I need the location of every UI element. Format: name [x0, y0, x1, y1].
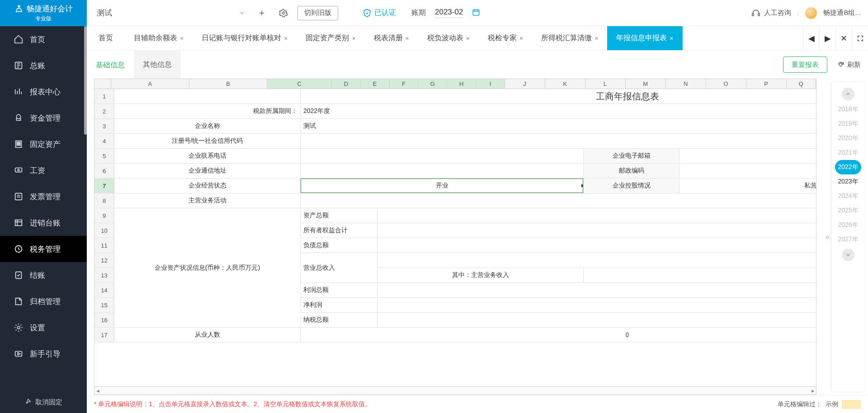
year-2018年[interactable]: 2018年 [835, 102, 861, 117]
tab-close-icon[interactable]: × [352, 35, 355, 42]
year-panel-collapse[interactable]: « [824, 79, 832, 395]
col-header-K[interactable]: K [545, 79, 585, 89]
nav-0[interactable]: 首页 [0, 26, 87, 52]
nav-7[interactable]: 进销台账 [0, 210, 87, 236]
year-2022年[interactable]: 2022年 [835, 160, 861, 174]
row-header-10[interactable]: 10 [94, 223, 114, 238]
tab-2[interactable]: 固定资产类别× [297, 26, 364, 50]
col-header-G[interactable]: G [418, 79, 447, 89]
tab-close-icon[interactable]: × [180, 35, 184, 42]
nav-8[interactable]: 税务管理 [0, 236, 87, 262]
nav-4[interactable]: 固定资产 [0, 131, 87, 157]
tab-7[interactable]: 年报信息申报表× [607, 26, 682, 50]
subtab-basic-info[interactable]: 基础信息 [87, 51, 134, 79]
period-value[interactable]: 2023-02 [435, 8, 463, 18]
nav-5[interactable]: 工资 [0, 157, 87, 183]
nav-2[interactable]: 报表中心 [0, 79, 87, 105]
tab-close-icon[interactable]: × [594, 35, 598, 42]
sheet-toolbar: 基础信息 其他信息 重置报表 刷新 [87, 51, 868, 79]
tab-close-icon[interactable]: × [284, 35, 288, 42]
horizontal-scrollbar[interactable]: ◂▸ [94, 386, 816, 394]
row-header-15[interactable]: 15 [94, 298, 114, 313]
tab-5[interactable]: 税检专家× [479, 26, 532, 50]
reset-report-button[interactable]: 重置报表 [783, 56, 827, 73]
tabs-close[interactable]: ✕ [835, 26, 852, 50]
col-header-I[interactable]: I [476, 79, 505, 89]
row-header-4[interactable]: 4 [94, 134, 114, 149]
svg-rect-3 [17, 142, 18, 143]
year-2027年[interactable]: 2027年 [835, 232, 861, 247]
tabs-fullscreen[interactable] [852, 26, 868, 50]
spreadsheet[interactable]: ABCDEFGHIJKLMNOPQ 1工商年报信息表2税款所属期间：2022年度… [94, 79, 816, 395]
user-name[interactable]: 畅捷通B组... [823, 9, 861, 17]
switch-old-version[interactable]: 切到旧版 [297, 6, 338, 20]
nav-10[interactable]: 归档管理 [0, 288, 87, 314]
row-header-7[interactable]: 7 [94, 178, 114, 193]
col-header-H[interactable]: H [447, 79, 476, 89]
col-header-J[interactable]: J [505, 79, 545, 89]
nav-11[interactable]: 设置 [0, 314, 87, 341]
year-2020年[interactable]: 2020年 [835, 131, 861, 145]
tab-close-icon[interactable]: × [466, 35, 470, 42]
nav-12[interactable]: 新手引导 [0, 341, 87, 367]
row-header-11[interactable]: 11 [94, 238, 114, 253]
settings-button[interactable] [276, 5, 291, 21]
row-header-5[interactable]: 5 [94, 149, 114, 164]
nav-1[interactable]: 总账 [0, 52, 87, 79]
row-header-17[interactable]: 17 [94, 328, 114, 343]
tab-0[interactable]: 目辅助余额表× [125, 26, 193, 50]
company-selector[interactable]: 测试 [94, 5, 248, 21]
col-header-L[interactable]: L [585, 79, 626, 89]
row-header-2[interactable]: 2 [94, 104, 114, 119]
year-2024年[interactable]: 2024年 [835, 189, 861, 203]
col-header-F[interactable]: F [390, 79, 419, 89]
col-header-D[interactable]: D [332, 79, 361, 89]
col-header-P[interactable]: P [746, 79, 787, 89]
add-button[interactable] [254, 5, 269, 21]
tab-close-icon[interactable]: × [670, 35, 673, 42]
col-header-E[interactable]: E [361, 79, 390, 89]
tab-6[interactable]: 所得税汇算清缴× [532, 26, 607, 50]
subtab-other-info[interactable]: 其他信息 [134, 51, 181, 79]
tab-close-icon[interactable]: × [406, 35, 409, 42]
row-header-9[interactable]: 9 [94, 208, 114, 223]
nav-6[interactable]: 发票管理 [0, 183, 87, 210]
col-header-B[interactable]: B [189, 79, 268, 89]
row-header-1[interactable]: 1 [94, 89, 114, 104]
select-all-corner[interactable] [94, 79, 111, 89]
nav-3[interactable]: 资金管理 [0, 105, 87, 131]
col-header-C[interactable]: C [267, 79, 332, 89]
tab-close-icon[interactable]: × [519, 35, 523, 42]
year-prev[interactable] [842, 88, 854, 100]
row-header-8[interactable]: 8 [94, 193, 114, 208]
avatar[interactable] [805, 7, 817, 19]
col-header-N[interactable]: N [666, 79, 706, 89]
nav-9[interactable]: 结账 [0, 262, 87, 288]
tab-1[interactable]: 日记账与银行对账单核对× [193, 26, 297, 50]
tab-4[interactable]: 税负波动表× [418, 26, 479, 50]
refresh-button[interactable]: 刷新 [837, 61, 861, 69]
row-header-12[interactable]: 12 [94, 253, 114, 268]
row-header-16[interactable]: 16 [94, 313, 114, 328]
col-header-Q[interactable]: Q [787, 79, 816, 89]
year-2021年[interactable]: 2021年 [835, 145, 861, 160]
row-header-14[interactable]: 14 [94, 283, 114, 298]
row-header-3[interactable]: 3 [94, 119, 114, 134]
col-header-A[interactable]: A [111, 79, 189, 89]
col-header-M[interactable]: M [626, 79, 666, 89]
unpin-sidebar[interactable]: 取消固定 [0, 391, 87, 413]
year-2026年[interactable]: 2026年 [835, 218, 861, 232]
year-2023年[interactable]: 2023年 [835, 174, 861, 189]
consult-button[interactable]: 人工咨询 [751, 9, 791, 18]
year-next[interactable] [842, 249, 854, 261]
calendar-icon[interactable] [472, 8, 480, 18]
year-2025年[interactable]: 2025年 [835, 203, 861, 218]
tab-3[interactable]: 税表清册× [365, 26, 418, 50]
col-header-O[interactable]: O [706, 79, 746, 89]
tab-home[interactable]: 首页 [87, 26, 125, 50]
row-header-13[interactable]: 13 [94, 268, 114, 283]
year-2019年[interactable]: 2019年 [835, 117, 861, 131]
tabs-next[interactable]: ▶ [819, 26, 835, 50]
row-header-6[interactable]: 6 [94, 164, 114, 178]
tabs-prev[interactable]: ◀ [803, 26, 819, 50]
